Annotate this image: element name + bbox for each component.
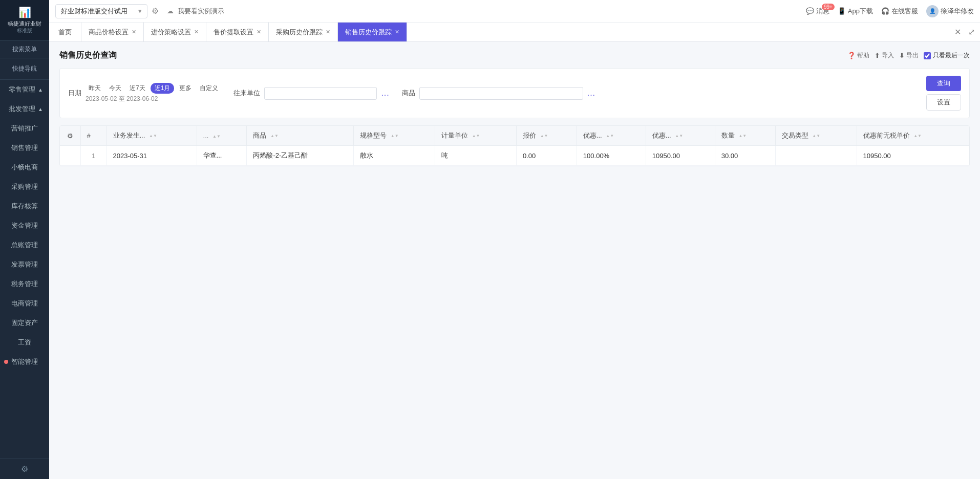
sort-discount1-icon[interactable]: ▲▼ (606, 134, 614, 138)
date-opt-today[interactable]: 今天 (106, 83, 124, 94)
sidebar-item-smart[interactable]: 智能管理 (0, 352, 49, 372)
tab-home[interactable]: 首页 (49, 23, 81, 42)
online-service-button[interactable]: 🎧 在线客服 (881, 7, 918, 16)
user-name: 徐泽华修改 (941, 7, 974, 16)
tab-sales-history-close-icon[interactable]: ✕ (395, 29, 399, 35)
tab-price-extract[interactable]: 售价提取设置 ✕ (206, 23, 269, 42)
sidebar-item-ecommerce[interactable]: 电商管理 (0, 294, 49, 313)
sort-extra-icon[interactable]: ▲▼ (212, 134, 221, 139)
date-opt-last7[interactable]: 近7天 (126, 83, 148, 94)
sort-spec-icon[interactable]: ▲▼ (391, 134, 399, 138)
tab-price-settings-close-icon[interactable]: ✕ (132, 29, 136, 35)
user-menu-button[interactable]: 👤 徐泽华修改 (926, 5, 974, 17)
demo-btn[interactable]: ☁ 我要看实例演示 (167, 7, 224, 16)
supplier-input[interactable] (264, 87, 377, 100)
th-qty-label: 数量 (721, 132, 735, 139)
tab-sales-history-label: 销售历史价跟踪 (345, 28, 392, 37)
row-num-cell: 1 (80, 146, 106, 166)
th-date[interactable]: 业务发生... ▲▼ (106, 126, 197, 146)
last-only-checkbox[interactable] (924, 52, 931, 59)
th-price[interactable]: 报价 ▲▼ (517, 126, 577, 146)
app-icon: 📱 (838, 7, 846, 15)
sidebar-item-purchase[interactable]: 采购管理 (0, 177, 49, 197)
sidebar-item-retail[interactable]: 零售管理 ▲ (0, 80, 49, 99)
th-goods[interactable]: 商品 ▲▼ (247, 126, 354, 146)
export-link[interactable]: ⬇ 导出 (899, 51, 919, 60)
tab-close-action-icon[interactable]: ✕ (951, 25, 964, 39)
tab-purchase-history-close-icon[interactable]: ✕ (326, 29, 330, 35)
th-notax-price[interactable]: 优惠前无税单价 ▲▼ (857, 126, 969, 146)
th-unit[interactable]: 计量单位 ▲▼ (435, 126, 517, 146)
sort-notax-price-icon[interactable]: ▲▼ (913, 134, 922, 138)
import-link[interactable]: ⬆ 导入 (875, 51, 894, 60)
sidebar-item-xiaochang[interactable]: 小畅电商 (0, 158, 49, 177)
page-header: 销售历史价查询 ❓ 帮助 ⬆ 导入 ⬇ 导出 只看最后一次 (59, 50, 970, 61)
goods-input[interactable] (419, 87, 583, 100)
sort-price-icon[interactable]: ▲▼ (540, 134, 548, 138)
sidebar-item-assets[interactable]: 固定资产 (0, 313, 49, 333)
th-extra[interactable]: ... ▲▼ (197, 126, 247, 146)
th-txtype[interactable]: 交易类型 ▲▼ (775, 126, 857, 146)
query-buttons-group: 查询 设置 (926, 76, 961, 111)
th-price-label: 报价 (523, 132, 536, 139)
date-opt-last1m[interactable]: 近1月 (151, 83, 175, 94)
query-button[interactable]: 查询 (926, 76, 961, 91)
sidebar-item-inventory-label: 库存核算 (6, 202, 43, 211)
sidebar-item-salary[interactable]: 工资 (0, 333, 49, 352)
sidebar-item-finance[interactable]: 资金管理 (0, 216, 49, 235)
date-opt-custom[interactable]: 自定义 (197, 83, 221, 94)
quick-nav-label[interactable]: 快捷导航 (0, 61, 49, 76)
table-row: 1 2023-05-31 华查... 丙烯酸-2-乙基己酯 散水 吨 0.00 … (60, 146, 969, 166)
row-discount2-cell: 10950.00 (646, 146, 715, 166)
service-label: 在线客服 (891, 7, 918, 16)
tab-price-extract-close-icon[interactable]: ✕ (257, 29, 261, 35)
date-opt-yesterday[interactable]: 昨天 (86, 83, 104, 94)
app-download-button[interactable]: 📱 App下载 (838, 7, 873, 16)
row-spec-cell: 散水 (354, 146, 435, 166)
tab-purchase-history[interactable]: 采购历史价跟踪 ✕ (269, 23, 338, 42)
search-menu-label[interactable]: 搜索菜单 (4, 45, 45, 54)
sidebar-item-wholesale[interactable]: 批发管理 ▲ (0, 99, 49, 119)
sidebar-search-section[interactable]: 搜索菜单 (0, 41, 49, 58)
tab-purchase-strategy[interactable]: 进价策略设置 ✕ (144, 23, 206, 42)
tab-purchase-strategy-close-icon[interactable]: ✕ (194, 29, 199, 35)
import-icon: ⬆ (875, 52, 880, 59)
sort-goods-icon[interactable]: ▲▼ (270, 134, 279, 138)
tab-expand-action-icon[interactable]: ⤢ (965, 25, 978, 39)
sidebar-item-tax[interactable]: 税务管理 (0, 274, 49, 294)
sort-date-icon[interactable]: ▲▼ (149, 134, 157, 138)
th-spec[interactable]: 规格型号 ▲▼ (354, 126, 435, 146)
settings-button[interactable]: 设置 (926, 94, 961, 111)
sort-unit-icon[interactable]: ▲▼ (472, 134, 480, 138)
sidebar-item-invoice[interactable]: 发票管理 (0, 255, 49, 274)
supplier-dots-button[interactable]: ... (381, 89, 389, 98)
th-discount1[interactable]: 优惠... ▲▼ (577, 126, 646, 146)
th-qty[interactable]: 数量 ▲▼ (715, 126, 775, 146)
help-link[interactable]: ❓ 帮助 (847, 51, 869, 60)
topbar-gear-icon[interactable]: ⚙ (152, 6, 159, 16)
supplier-input-wrap: ... (264, 87, 389, 100)
sort-discount2-icon[interactable]: ▲▼ (675, 134, 683, 138)
sidebar-item-wholesale-label: 批发管理 (6, 104, 38, 114)
sidebar-item-ledger[interactable]: 总账管理 (0, 235, 49, 255)
help-icon: ❓ (847, 52, 856, 59)
th-discount2[interactable]: 优惠... ▲▼ (646, 126, 715, 146)
sort-txtype-icon[interactable]: ▲▼ (812, 134, 820, 138)
goods-dots-button[interactable]: ... (587, 89, 595, 98)
settings-gear-icon[interactable]: ⚙ (21, 465, 28, 473)
sidebar-item-inventory[interactable]: 库存核算 (0, 197, 49, 216)
logo-text: 畅捷通好业财 (4, 20, 45, 27)
date-opt-more[interactable]: 更多 (176, 83, 195, 94)
th-discount1-label: 优惠... (583, 132, 602, 139)
sort-qty-icon[interactable]: ▲▼ (738, 134, 747, 138)
sidebar-item-purchase-label: 采购管理 (6, 182, 43, 191)
version-select[interactable]: 好业财标准版交付试用 ▾ (55, 4, 147, 18)
message-button[interactable]: 💬 消息 99+ (806, 7, 829, 16)
tab-price-settings[interactable]: 商品价格设置 ✕ (81, 23, 144, 42)
th-gear[interactable]: ⚙ (60, 126, 80, 146)
tab-sales-history[interactable]: 销售历史价跟踪 ✕ (338, 23, 407, 42)
sidebar-item-ecommerce-label: 电商管理 (6, 299, 43, 308)
sidebar-item-sales[interactable]: 销售管理 (0, 138, 49, 158)
sidebar-item-marketing[interactable]: 营销推广 (0, 119, 49, 138)
row-notax-price-cell: 10950.00 (857, 146, 969, 166)
